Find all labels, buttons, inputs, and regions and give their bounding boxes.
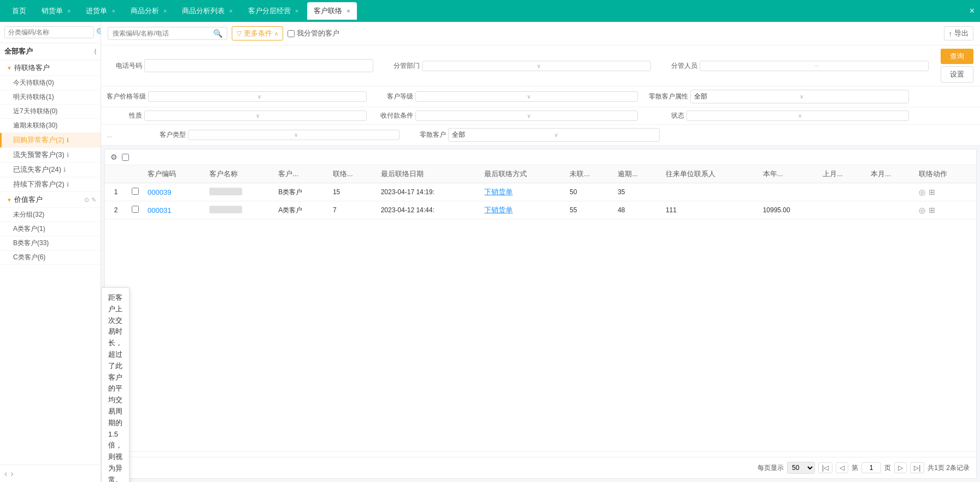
sidebar-search-icon[interactable]: 🔍 bbox=[96, 28, 101, 37]
tab-product-analysis-list[interactable]: 商品分析列表 × bbox=[175, 2, 239, 20]
more-action-icon[interactable]: ⊞ bbox=[929, 188, 935, 196]
last-contact-method-cell: 下销货单 bbox=[480, 183, 565, 201]
col-this-month[interactable]: 本月... bbox=[866, 165, 914, 183]
last-contact-method-link[interactable]: 下销货单 bbox=[484, 188, 513, 196]
settings-icon-value[interactable]: ✎ bbox=[91, 196, 96, 204]
col-customer-code[interactable]: 客户编码 bbox=[143, 165, 205, 183]
first-page-button[interactable]: |◁ bbox=[818, 462, 832, 473]
my-customers-checkbox[interactable]: 我分管的客户 bbox=[287, 28, 339, 38]
current-page-input[interactable] bbox=[861, 462, 881, 473]
tab-product-analysis[interactable]: 商品分析 × bbox=[124, 2, 173, 20]
last-page-button[interactable]: ▷| bbox=[910, 462, 924, 473]
tab-customer-stratification[interactable]: 客户分层经营 × bbox=[242, 2, 305, 20]
sidebar-item-tomorrow-pending[interactable]: 明天待联络(1) bbox=[0, 90, 101, 104]
app-close-button[interactable]: × bbox=[970, 6, 975, 16]
sidebar-item-declining[interactable]: 持续下滑客户(2) ℹ bbox=[0, 177, 101, 192]
sidebar-item-today-pending[interactable]: 今天待联络(0) bbox=[0, 76, 101, 90]
sidebar-item-b-class[interactable]: B类客户(33) bbox=[0, 236, 101, 251]
status-select[interactable]: ∨ bbox=[686, 111, 909, 121]
info-icon-2: ℹ bbox=[67, 152, 69, 159]
row-checkbox[interactable] bbox=[132, 188, 139, 195]
edit-icon-value[interactable]: ⊙ bbox=[84, 196, 89, 204]
more-conditions-button[interactable]: ▽ 更多条件 ∧ bbox=[232, 26, 283, 40]
next-page-button[interactable]: ▷ bbox=[894, 462, 907, 473]
close-tab-customer-stratification[interactable]: × bbox=[295, 8, 298, 14]
sidebar-item-overdue-pending[interactable]: 逾期未联络(30) bbox=[0, 119, 101, 133]
price-level-select[interactable]: ∨ bbox=[148, 91, 367, 102]
tab-home[interactable]: 首页 bbox=[5, 2, 33, 20]
col-overdue[interactable]: 逾期... bbox=[613, 165, 661, 183]
toolbar-search-icon[interactable]: 🔍 bbox=[213, 29, 222, 38]
gender-select[interactable]: ∨ bbox=[144, 111, 367, 121]
this-year-cell: 10995.00 bbox=[759, 201, 819, 219]
sidebar-search-input[interactable] bbox=[4, 26, 94, 38]
sidebar-item-ungroup[interactable]: 未分组(32) bbox=[0, 208, 101, 222]
more-dots[interactable]: ... bbox=[107, 131, 112, 139]
sidebar-item-repurchase-abnormal[interactable]: 回购异常客户(2) ℹ bbox=[0, 133, 101, 148]
settings-button[interactable]: 设置 bbox=[941, 66, 973, 83]
table-scrollbar[interactable] bbox=[105, 451, 976, 457]
customer-code-link[interactable]: 000039 bbox=[148, 188, 171, 196]
close-tab-purchase-order[interactable]: × bbox=[112, 8, 115, 14]
sidebar-item-c-class[interactable]: C类客户(6) bbox=[0, 251, 101, 265]
col-customer-name[interactable]: 客户名称 bbox=[205, 165, 274, 183]
sidebar-next-icon[interactable]: › bbox=[10, 469, 13, 479]
query-button[interactable]: 查询 bbox=[941, 49, 973, 64]
person-select[interactable]: ··· bbox=[700, 61, 929, 71]
tab-purchase-order[interactable]: 进货单 × bbox=[79, 2, 121, 20]
sidebar-item-7days-pending[interactable]: 近7天待联络(0) bbox=[0, 104, 101, 119]
tab-sales-order[interactable]: 销货单 × bbox=[35, 2, 77, 20]
col-unread[interactable]: 未联... bbox=[565, 165, 613, 183]
my-customers-check[interactable] bbox=[287, 30, 295, 37]
col-company-contact[interactable]: 往来单位联系人 bbox=[661, 165, 759, 183]
sidebar-item-churn-warning[interactable]: 流失预警客户(3) ℹ bbox=[0, 148, 101, 162]
close-tab-sales-order[interactable]: × bbox=[67, 8, 71, 14]
toolbar: 🔍 ▽ 更多条件 ∧ 我分管的客户 ↑ 导出 bbox=[101, 22, 980, 45]
sidebar-item-churned[interactable]: 已流失客户(24) ℹ bbox=[0, 162, 101, 177]
sidebar-item-a-class[interactable]: A类客户(1) bbox=[0, 222, 101, 236]
price-level-chevron-icon: ∨ bbox=[257, 94, 363, 100]
customer-level-chevron-icon: ∨ bbox=[527, 94, 635, 100]
customer-type-select[interactable]: ∨ bbox=[188, 130, 400, 140]
per-page-select[interactable]: 50 10 20 100 bbox=[787, 462, 815, 474]
export-button[interactable]: ↑ 导出 bbox=[944, 26, 974, 40]
prev-page-button[interactable]: ◁ bbox=[836, 462, 848, 473]
table-settings-icon[interactable]: ⚙ bbox=[110, 153, 118, 161]
sidebar-group-pending[interactable]: ▼ 待联络客户 bbox=[0, 60, 101, 76]
customer-level-select[interactable]: ∨ bbox=[415, 91, 638, 102]
customer-type-chevron-icon: ∨ bbox=[294, 132, 396, 138]
customer-code-link[interactable]: 000031 bbox=[148, 206, 171, 214]
sidebar-all-customers[interactable]: 全部客户 ⟨ bbox=[0, 43, 101, 60]
sidebar-group-value[interactable]: ▼ 价值客户 ⊙ ✎ bbox=[0, 192, 101, 208]
last-contact-method-link[interactable]: 下销货单 bbox=[484, 206, 513, 214]
col-last-contact-date[interactable]: 最后联络日期 bbox=[377, 165, 480, 183]
col-contact[interactable]: 联络... bbox=[328, 165, 377, 183]
col-last-contact-method[interactable]: 最后联络方式 bbox=[480, 165, 565, 183]
table-select-all[interactable] bbox=[122, 154, 129, 161]
payment-select[interactable]: ∨ bbox=[415, 111, 638, 121]
info-icon-3: ℹ bbox=[63, 166, 66, 173]
arrow-icon: ▼ bbox=[7, 65, 12, 71]
sidebar-prev-icon[interactable]: ‹ bbox=[4, 469, 7, 479]
more-action-icon[interactable]: ⊞ bbox=[929, 206, 935, 214]
tab-customer-contact[interactable]: 客户联络 × bbox=[307, 2, 356, 20]
close-tab-product-analysis-list[interactable]: × bbox=[229, 8, 232, 14]
customer-name-blurred bbox=[209, 206, 242, 213]
close-tab-product-analysis[interactable]: × bbox=[163, 8, 167, 14]
contact-action-icon[interactable]: ◎ bbox=[919, 188, 925, 196]
toolbar-search-input[interactable] bbox=[113, 30, 211, 37]
retail-customer-label: 零散客户 bbox=[410, 130, 446, 140]
col-action[interactable]: 联络动作 bbox=[914, 165, 976, 183]
row-checkbox[interactable] bbox=[132, 206, 139, 213]
phone-input[interactable] bbox=[144, 59, 373, 72]
col-last-month[interactable]: 上月... bbox=[818, 165, 866, 183]
sidebar-collapse-icon[interactable]: ⟨ bbox=[94, 48, 96, 55]
col-this-year[interactable]: 本年... bbox=[759, 165, 819, 183]
retail-customer-select[interactable]: 全部 ∨ bbox=[448, 128, 660, 142]
contact-action-icon[interactable]: ◎ bbox=[919, 206, 925, 214]
close-tab-customer-contact[interactable]: × bbox=[347, 8, 350, 14]
retail-attr-select[interactable]: 全部 ∨ bbox=[690, 90, 909, 103]
col-customer-type[interactable]: 客户... bbox=[274, 165, 328, 183]
customer-name-blurred bbox=[209, 188, 242, 195]
dept-select[interactable]: ∨ bbox=[422, 61, 651, 71]
